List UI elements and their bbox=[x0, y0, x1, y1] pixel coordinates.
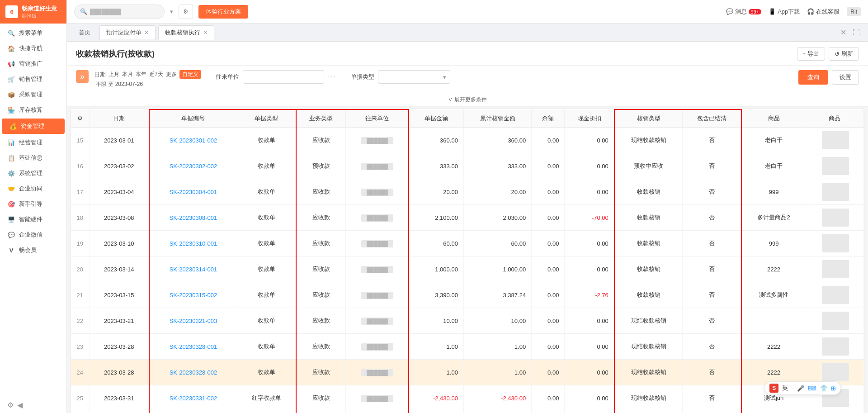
main-table: ⚙ 日期 单据编号 单据类型 业务类型 往来单位 单据金额 累计核销金额 余额 … bbox=[71, 109, 864, 413]
sidebar-item-enterprise[interactable]: 🤝 企业协同 bbox=[0, 181, 66, 196]
row-verify-type: 预收中应收 bbox=[614, 153, 683, 179]
tab-expand-icon[interactable]: ⛶ bbox=[850, 28, 863, 37]
mic-icon[interactable]: 🎤 bbox=[797, 385, 804, 392]
dropdown-arrow[interactable]: ▾ bbox=[170, 8, 173, 15]
user-avatar-action[interactable]: Rit bbox=[847, 7, 861, 16]
sidebar-item-finance[interactable]: 💰 资金管理 bbox=[2, 119, 65, 134]
grid-icon[interactable]: ⊞ bbox=[831, 385, 836, 392]
settings-bottom-icon[interactable]: ⚙ bbox=[7, 401, 14, 409]
filter-dots[interactable]: ··· bbox=[328, 73, 336, 81]
topbar-gear-button[interactable]: ⚙ bbox=[179, 5, 193, 19]
row-bill-no[interactable]: SK-20230304-001 bbox=[149, 179, 237, 205]
shirt-icon[interactable]: 👕 bbox=[820, 385, 827, 392]
sidebar-item-purchase[interactable]: 📦 采购管理 bbox=[0, 87, 66, 102]
tab-advance-label: 预计应应付单 bbox=[106, 28, 142, 37]
row-cash-discount: -2.76 bbox=[565, 282, 614, 308]
row-bill-no[interactable]: SK-20230331-002 bbox=[149, 385, 237, 411]
sidebar-item-sales[interactable]: 🛒 销售管理 bbox=[0, 71, 66, 87]
last-7-days-btn[interactable]: 近7天 bbox=[149, 71, 163, 78]
app-download-action[interactable]: 📱 App下载 bbox=[769, 8, 800, 16]
sidebar-item-basic-info[interactable]: 📋 基础信息 bbox=[0, 150, 66, 166]
row-cum-verify: 2,030.00 bbox=[463, 205, 531, 231]
sidebar-item-member[interactable]: V 畅会员 bbox=[0, 242, 66, 258]
row-bill-type: 收款单 bbox=[237, 153, 296, 179]
row-partner: ██████ bbox=[346, 231, 409, 256]
row-cash-discount: 0.00 bbox=[565, 128, 614, 153]
row-bill-type: 收款单 bbox=[237, 256, 296, 282]
more-date-btn[interactable]: 更多 bbox=[166, 71, 177, 78]
row-bill-no[interactable]: SK-20230328-001 bbox=[149, 334, 237, 360]
row-bill-no[interactable]: SK-20230321-003 bbox=[149, 308, 237, 334]
row-balance: 0.00 bbox=[532, 411, 565, 413]
row-include-settled: 否 bbox=[683, 205, 741, 231]
tab-close-icon[interactable]: ✕ bbox=[838, 28, 849, 37]
row-bill-no[interactable]: SK-20230310-001 bbox=[149, 231, 237, 256]
online-service-action[interactable]: 🎧 在线客服 bbox=[807, 8, 840, 16]
row-bill-no[interactable]: SK-20230403-002 bbox=[149, 411, 237, 413]
row-verify-type: 现结收款核销 bbox=[614, 360, 683, 385]
keyboard-icon[interactable]: ⌨ bbox=[808, 385, 816, 392]
row-biz-type: 应收款 bbox=[296, 360, 346, 385]
row-product: 999 bbox=[741, 231, 806, 256]
table-settings-icon[interactable]: ⚙ bbox=[77, 115, 83, 122]
prev-month-btn[interactable]: 上月 bbox=[108, 71, 119, 78]
sidebar-item-wechat[interactable]: 💬 企业微信 bbox=[0, 227, 66, 242]
current-month-btn[interactable]: 本月 bbox=[122, 71, 133, 78]
row-cash-discount: 0.00 bbox=[565, 179, 614, 205]
expand-more-button[interactable]: ∨ 展开更多条件 bbox=[448, 96, 486, 103]
row-bill-no[interactable]: SK-20230315-002 bbox=[149, 282, 237, 308]
row-cum-verify: 20.00 bbox=[463, 411, 531, 413]
sidebar-item-guide[interactable]: 🎯 新手引导 bbox=[0, 196, 66, 212]
row-amount: 333.00 bbox=[409, 153, 463, 179]
sidebar-item-inventory[interactable]: 🏪 库存核算 bbox=[0, 102, 66, 118]
sidebar-item-hardware[interactable]: 🖥️ 智能硬件 bbox=[0, 212, 66, 227]
row-cash-discount: 0.00 bbox=[565, 334, 614, 360]
sidebar-label-system: 系统管理 bbox=[19, 169, 42, 177]
sidebar-item-quick-nav[interactable]: 🏠 快捷导航 bbox=[0, 41, 66, 56]
table-row: 23 2023-03-28 SK-20230328-001 收款单 应收款 ██… bbox=[71, 334, 864, 360]
collapse-icon[interactable]: ◀ bbox=[17, 401, 23, 409]
partner-input[interactable] bbox=[243, 70, 324, 84]
sidebar-item-system[interactable]: ⚙️ 系统管理 bbox=[0, 166, 66, 181]
solution-button[interactable]: 体验行业方案 bbox=[198, 5, 248, 19]
tab-advance-payment[interactable]: 预计应应付单 ✕ bbox=[99, 25, 156, 40]
row-bill-no[interactable]: SK-20230301-002 bbox=[149, 128, 237, 153]
row-bill-no[interactable]: SK-20230308-001 bbox=[149, 205, 237, 231]
row-cash-discount: -70.00 bbox=[565, 205, 614, 231]
row-bill-no[interactable]: SK-20230314-001 bbox=[149, 256, 237, 282]
tab-collection-verify[interactable]: 收款核销执行 ✕ bbox=[158, 25, 214, 40]
table-row: 22 2023-03-21 SK-20230321-003 收款单 应收款 ██… bbox=[71, 308, 864, 334]
messages-action[interactable]: 💬 消息 99+ bbox=[726, 8, 762, 16]
sidebar-item-marketing[interactable]: 📢 营销推广 bbox=[0, 56, 66, 71]
row-no: 16 bbox=[71, 153, 89, 179]
filter-expand-button[interactable]: » bbox=[76, 70, 89, 83]
bill-type-select[interactable]: ▾ bbox=[378, 70, 450, 84]
topbar-search[interactable]: 🔍 ████████ bbox=[74, 5, 165, 19]
col-product2-header: 商品 bbox=[806, 109, 863, 128]
tab-advance-close[interactable]: ✕ bbox=[144, 29, 149, 36]
row-include-settled: 否 bbox=[683, 411, 741, 413]
export-button[interactable]: ↑ 导出 bbox=[797, 47, 826, 61]
row-partner: ██████ bbox=[346, 360, 409, 385]
col-settings-header[interactable]: ⚙ bbox=[71, 109, 89, 128]
current-year-btn[interactable]: 本年 bbox=[136, 71, 146, 78]
sidebar-item-operation[interactable]: 📊 经营管理 bbox=[0, 135, 66, 150]
row-bill-no[interactable]: SK-20230302-002 bbox=[149, 153, 237, 179]
sidebar-menu: 🔍 搜索菜单 🏠 快捷导航 📢 营销推广 🛒 销售管理 📦 采购管理 🏪 库存核… bbox=[0, 24, 66, 397]
row-partner: ██████ bbox=[346, 385, 409, 411]
settings-filter-button[interactable]: 设置 bbox=[832, 70, 859, 85]
table-row: 17 2023-03-04 SK-20230304-001 收款单 应收款 ██… bbox=[71, 179, 864, 205]
custom-date-btn[interactable]: 自定义 bbox=[179, 70, 201, 79]
col-amount-header: 单据金额 bbox=[409, 109, 463, 128]
refresh-button[interactable]: ↺ 刷新 bbox=[829, 47, 859, 61]
app-download-label: App下载 bbox=[778, 8, 800, 16]
sidebar-item-search[interactable]: 🔍 搜索菜单 bbox=[0, 25, 66, 41]
row-bill-no[interactable]: SK-20230328-002 bbox=[149, 360, 237, 385]
row-product: 老白干 bbox=[741, 153, 806, 179]
tab-collection-close[interactable]: ✕ bbox=[203, 29, 208, 36]
tab-home[interactable]: 首页 bbox=[72, 25, 97, 40]
row-date: 2023-03-28 bbox=[89, 334, 149, 360]
sogou-dot: · bbox=[792, 385, 793, 392]
query-button[interactable]: 查询 bbox=[798, 70, 828, 85]
row-biz-type: 应收款 bbox=[296, 308, 346, 334]
